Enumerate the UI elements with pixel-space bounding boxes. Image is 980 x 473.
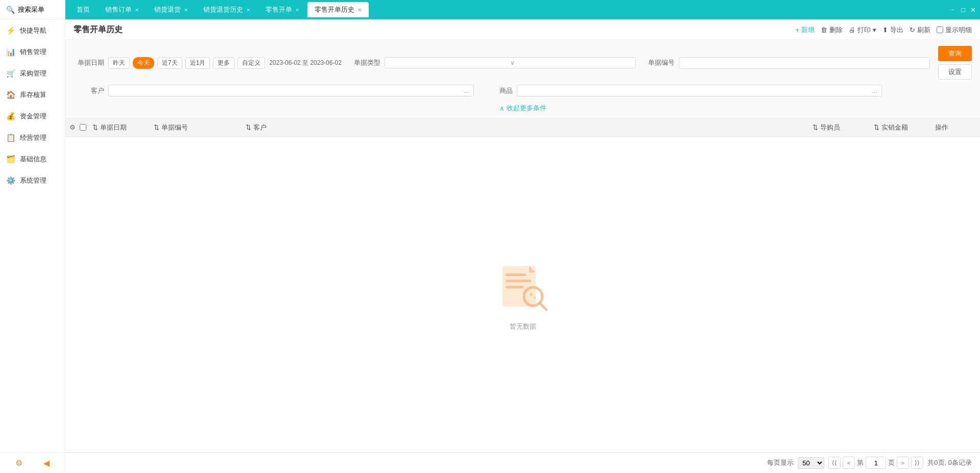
empty-illustration (492, 258, 554, 316)
col-header-guide[interactable]: ⇅ 导购员 (812, 123, 874, 132)
sidebar-item-finance[interactable]: 💰 资金管理 (0, 106, 65, 127)
filter-collapse-row[interactable]: ∧ 收起更多条件 (74, 102, 972, 115)
settings-bottom-icon[interactable]: ⚙ (15, 458, 22, 468)
tab-sales-order-close[interactable]: ✕ (135, 7, 139, 13)
col-label-amount: 实销金额 (881, 123, 908, 132)
tab-retail-open-history[interactable]: 零售开单历史 ✕ (307, 2, 369, 17)
main: 首页 销售订单 ✕ 销货退货 ✕ 销货退货历史 ✕ 零售开单 ✕ 零售开单历史 … (65, 0, 980, 473)
page-number-input[interactable] (866, 457, 886, 469)
toolbar: + 新增 🗑 删除 🖨 打印 ▾ ⬆ 导出 ↻ 刷新 (796, 26, 972, 35)
number-filter-label: 单据编号 (644, 58, 675, 67)
refresh-button[interactable]: ↻ 刷新 (910, 26, 930, 35)
delete-icon: 🗑 (821, 26, 827, 34)
table-settings-icon[interactable]: ⚙ (69, 123, 76, 131)
date-filter-label: 单据日期 (74, 58, 104, 67)
tab-sales-return-history-close[interactable]: ✕ (246, 7, 250, 13)
date-btn-1month[interactable]: 近1月 (185, 57, 210, 69)
sidebar-item-purchase-mgmt[interactable]: 🛒 采购管理 (0, 63, 65, 84)
tab-sales-return-label: 销货退货 (154, 5, 181, 14)
goods-filter-input-wrapper[interactable]: ... (517, 85, 882, 96)
tab-retail-open-history-label: 零售开单历史 (315, 5, 354, 14)
date-btn-today[interactable]: 今天 (133, 57, 154, 69)
svg-rect-2 (506, 280, 531, 282)
date-btn-custom[interactable]: 自定义 (237, 57, 265, 69)
content: 零售开单历史 + 新增 🗑 删除 🖨 打印 ▾ ⬆ 导出 (65, 19, 980, 473)
first-page-btn[interactable]: ⟨⟨ (828, 457, 841, 469)
add-button[interactable]: + 新增 (796, 26, 815, 35)
type-filter-label: 单据类型 (350, 58, 380, 67)
goods-filter-dots[interactable]: ... (872, 87, 877, 94)
display-detail-input[interactable] (937, 27, 943, 33)
table-section: ⚙ ⇅ 单据日期 ⇅ 单据编号 ⇅ 客户 ⇅ 导购员 (65, 118, 980, 473)
last-page-btn[interactable]: ⟩⟩ (911, 457, 923, 469)
date-btn-7days[interactable]: 近7天 (157, 57, 182, 69)
client-filter-input-wrapper[interactable]: ... (108, 85, 474, 96)
svg-rect-1 (506, 273, 526, 276)
next-page-btn[interactable]: ＞ (897, 457, 909, 469)
per-page-select[interactable]: 50 10 20 100 (798, 457, 824, 469)
number-filter-input[interactable] (683, 59, 925, 67)
tab-sales-return[interactable]: 销货退货 ✕ (147, 2, 195, 17)
svg-point-6 (530, 293, 533, 296)
sidebar-item-label: 销售管理 (20, 47, 46, 57)
col-header-date[interactable]: ⇅ 单据日期 (92, 123, 154, 132)
basic-info-icon: 🗂️ (6, 155, 16, 164)
delete-button[interactable]: 🗑 删除 (821, 26, 843, 35)
tab-home[interactable]: 首页 (69, 2, 97, 17)
export-button[interactable]: ⬆ 导出 (882, 26, 903, 35)
sidebar-item-label: 资金管理 (20, 112, 46, 121)
date-btn-yesterday[interactable]: 昨天 (108, 57, 130, 69)
number-filter-input-wrapper[interactable] (679, 57, 930, 69)
close-btn[interactable]: ✕ (970, 6, 976, 14)
tab-retail-open-history-close[interactable]: ✕ (357, 7, 362, 13)
col-sort-icon-amount: ⇅ (874, 123, 879, 131)
setting-button[interactable]: 设置 (938, 64, 972, 80)
goods-filter-label: 商品 (482, 86, 513, 95)
operation-icon: 📋 (6, 133, 16, 142)
table-select-all[interactable] (80, 124, 86, 131)
goods-filter-input[interactable] (521, 87, 872, 94)
col-header-client[interactable]: ⇅ 客户 (246, 123, 812, 132)
display-detail-checkbox[interactable]: 显示明细 (937, 26, 972, 35)
tab-sales-return-history[interactable]: 销货退货历史 ✕ (196, 2, 257, 17)
type-filter-select[interactable]: ∨ (385, 57, 636, 68)
action-btn-group: 查询 设置 (938, 46, 972, 80)
sidebar-item-inventory[interactable]: 🏠 库存核算 (0, 84, 65, 106)
sidebar-search[interactable]: 🔍 搜索采单 (0, 0, 65, 20)
date-btn-more[interactable]: 更多 (213, 57, 234, 69)
prev-page-btn[interactable]: ＜ (843, 457, 855, 469)
sidebar-item-basic-info[interactable]: 🗂️ 基础信息 (0, 148, 65, 170)
sidebar-item-label: 采购管理 (20, 69, 46, 78)
tab-retail-open[interactable]: 零售开单 ✕ (258, 2, 306, 17)
purchase-mgmt-icon: 🛒 (6, 69, 16, 78)
sidebar-item-sales-mgmt[interactable]: 📊 销售管理 (0, 41, 65, 63)
tab-sales-order[interactable]: 销售订单 ✕ (98, 2, 146, 17)
sidebar-item-label: 基础信息 (20, 155, 46, 164)
sidebar-item-operation[interactable]: 📋 经营管理 (0, 127, 65, 148)
maximize-btn[interactable]: □ (961, 6, 965, 14)
print-button[interactable]: 🖨 打印 ▾ (849, 26, 876, 35)
sidebar-item-label: 库存核算 (20, 90, 46, 99)
query-button[interactable]: 查询 (938, 46, 972, 61)
type-filter-arrow: ∨ (510, 59, 631, 66)
filter-type-group: 单据类型 ∨ (350, 57, 636, 68)
tab-sales-return-close[interactable]: ✕ (184, 7, 188, 13)
client-filter-dots[interactable]: ... (464, 87, 469, 94)
delete-label: 删除 (829, 26, 843, 35)
col-header-amount[interactable]: ⇅ 实销金额 (874, 123, 935, 132)
sidebar-item-label: 系统管理 (20, 176, 46, 185)
svg-line-5 (540, 303, 546, 310)
sidebar-item-label: 经营管理 (20, 133, 46, 142)
client-filter-input[interactable] (113, 87, 464, 94)
minimize-btn[interactable]: － (949, 5, 956, 14)
sidebar-item-quick-nav[interactable]: ⚡ 快捷导航 (0, 20, 65, 41)
col-sort-icon-date: ⇅ (92, 123, 98, 131)
export-icon: ⬆ (882, 26, 888, 34)
sidebar-item-system-mgmt[interactable]: ⚙️ 系统管理 (0, 170, 65, 191)
col-header-number[interactable]: ⇅ 单据编号 (154, 123, 246, 132)
pagination: 每页显示 50 10 20 100 ⟨⟨ ＜ 第 页 ＞ ⟩⟩ 共0页, 0条记… (65, 452, 980, 473)
collapse-sidebar-icon[interactable]: ◀ (43, 458, 50, 468)
empty-text: 暂无数据 (510, 322, 536, 331)
tab-retail-open-close[interactable]: ✕ (295, 7, 299, 13)
client-filter-label: 客户 (74, 86, 104, 95)
